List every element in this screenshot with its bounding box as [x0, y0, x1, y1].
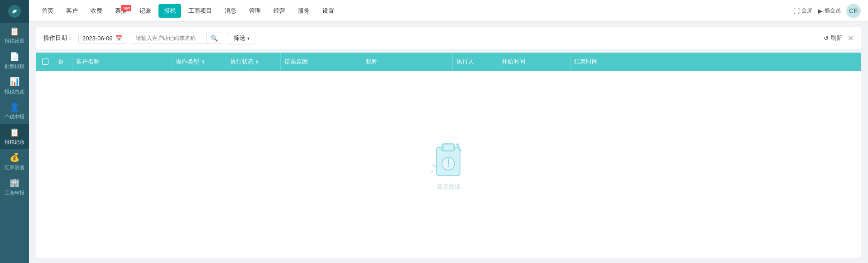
settings-icon[interactable]: ⚙	[58, 58, 64, 65]
date-value: 2023-06-06	[82, 35, 113, 42]
table-header-executor: 执行人	[453, 53, 498, 71]
date-input[interactable]: 2023-06-06 📅	[78, 33, 126, 44]
sidebar-label: 报税总览	[5, 88, 24, 95]
avatar-text: CE	[849, 7, 858, 15]
topnav-item-jingying[interactable]: 经营	[268, 4, 291, 18]
sidebar-item-baoshui-zonglian[interactable]: 📊报税总览	[0, 73, 29, 98]
sidebar-label: 报税设置	[5, 38, 24, 44]
geshuishenb-icon: 👤	[10, 102, 19, 112]
table-header-start_time: 开始时间	[498, 53, 571, 71]
table-header-end_time: 结束时间	[571, 53, 625, 71]
empty-text: 暂无数据	[437, 183, 460, 191]
filter-button[interactable]: 筛选 ▾	[228, 32, 255, 44]
filter-label: 筛选	[234, 34, 245, 42]
refresh-label: 刷新	[830, 34, 842, 42]
sidebar-item-geshuishenb[interactable]: 👤个税申报	[0, 98, 29, 124]
topnav-item-baoshui[interactable]: 报税	[158, 4, 181, 18]
topnav-item-guanli[interactable]: 管理	[244, 4, 266, 18]
content-area: 操作日期： 2023-06-06 📅 🔍 筛选 ▾ ↺	[29, 22, 868, 263]
topnav-item-xiaoxi[interactable]: 消息	[219, 4, 242, 18]
baoshui-zonglian-icon: 📊	[10, 77, 19, 87]
table-header: ⚙客户名称操作类型 ⇅执行状态 ⇅错误原因税种执行人开始时间结束时间	[36, 53, 861, 71]
topnav-items: 首页客户收费票据new记账报税工商项目消息管理经营服务设置	[36, 4, 793, 18]
table-header-operation_type[interactable]: 操作类型 ⇅	[172, 53, 226, 71]
main-container: 首页客户收费票据new记账报税工商项目消息管理经营服务设置 ⛶ 全屏 ▶ 畅会员…	[29, 0, 868, 263]
sidebar-item-piliang-baoshui[interactable]: 📄批量报税	[0, 48, 29, 73]
sidebar-item-baoshui-jilu[interactable]: 📋报税记录	[0, 124, 29, 149]
search-input[interactable]	[132, 33, 206, 43]
topnav-item-fuwu[interactable]: 服务	[293, 4, 315, 18]
svg-point-1	[13, 10, 16, 13]
search-icon: 🔍	[211, 35, 218, 42]
table-header-customer_name: 客户名称	[72, 53, 172, 71]
topnav-right: ⛶ 全屏 ▶ 畅会员 CE	[793, 4, 861, 18]
sidebar-label: 报税记录	[5, 139, 24, 145]
sidebar-item-huisuan-jiaona[interactable]: 💰汇算清缴	[0, 149, 29, 174]
table-header-error_reason: 错误原因	[281, 53, 362, 71]
sidebar-label: 工商年报	[5, 190, 24, 196]
fullscreen-icon: ⛶	[793, 7, 800, 15]
svg-point-13	[431, 170, 433, 172]
piliang-baoshui-icon: 📄	[10, 52, 19, 62]
table-container: ⚙客户名称操作类型 ⇅执行状态 ⇅错误原因税种执行人开始时间结束时间	[36, 53, 861, 258]
svg-line-12	[433, 165, 436, 167]
empty-state: 暂无数据	[36, 71, 861, 258]
topnav-item-customer[interactable]: 客户	[61, 4, 83, 18]
date-label: 操作日期：	[43, 34, 73, 42]
refresh-icon: ↺	[824, 35, 829, 42]
table-header-tax_type: 税种	[362, 53, 453, 71]
close-button[interactable]: ✕	[848, 34, 854, 43]
topnav-item-shoufei[interactable]: 收费	[85, 4, 108, 18]
member-button[interactable]: ▶ 畅会员	[818, 7, 841, 15]
sidebar: 📋报税设置📄批量报税📊报税总览👤个税申报📋报税记录💰汇算清缴🏢工商年报	[0, 0, 29, 263]
sidebar-item-gongshang-nianbao[interactable]: 🏢工商年报	[0, 174, 29, 200]
huisuan-jiaona-icon: 💰	[10, 152, 19, 163]
search-button[interactable]: 🔍	[206, 33, 222, 44]
gongshang-nianbao-icon: 🏢	[10, 178, 19, 188]
toolbar: 操作日期： 2023-06-06 📅 🔍 筛选 ▾ ↺	[36, 27, 861, 49]
baoshui-shezhi-icon: 📋	[10, 26, 19, 37]
empty-illustration	[428, 137, 469, 183]
baoshui-jilu-icon: 📋	[10, 127, 19, 138]
svg-rect-8	[448, 159, 449, 165]
svg-rect-5	[444, 145, 453, 150]
table-header-checkbox	[36, 53, 54, 71]
topnav-item-jizhan[interactable]: 记账	[134, 4, 157, 18]
table-header-exec_status[interactable]: 执行状态 ⇅	[226, 53, 281, 71]
video-icon: ▶	[818, 7, 823, 15]
page-content: 操作日期： 2023-06-06 📅 🔍 筛选 ▾ ↺	[29, 22, 868, 263]
select-all-checkbox[interactable]	[42, 58, 48, 65]
topnav-item-shezhi[interactable]: 设置	[317, 4, 340, 18]
sidebar-label: 个税申报	[5, 113, 24, 120]
calendar-icon: 📅	[115, 35, 122, 41]
member-label: 畅会员	[825, 7, 841, 15]
avatar[interactable]: CE	[846, 4, 861, 18]
sort-icon: ⇅	[255, 59, 259, 64]
topnav-item-home[interactable]: 首页	[36, 4, 59, 18]
refresh-button[interactable]: ↺ 刷新	[824, 34, 842, 42]
sidebar-label: 批量报税	[5, 63, 24, 69]
sidebar-logo[interactable]	[0, 0, 29, 23]
sort-icon: ⇅	[201, 59, 205, 64]
chevron-down-icon: ▾	[247, 36, 249, 41]
sidebar-label: 汇算清缴	[5, 164, 24, 170]
fullscreen-button[interactable]: ⛶ 全屏	[793, 7, 812, 15]
topnav: 首页客户收费票据new记账报税工商项目消息管理经营服务设置 ⛶ 全屏 ▶ 畅会员…	[29, 0, 868, 22]
search-box: 🔍	[132, 33, 222, 44]
new-badge: new	[121, 5, 131, 11]
svg-point-9	[447, 166, 449, 167]
sidebar-item-baoshui-shezhi[interactable]: 📋报税设置	[0, 23, 29, 48]
topnav-item-gongshang[interactable]: 工商项目	[183, 4, 217, 18]
fullscreen-label: 全屏	[801, 7, 812, 15]
topnav-item-piao[interactable]: 票据new	[110, 4, 132, 18]
table-header-settings: ⚙	[54, 53, 72, 71]
toolbar-right: ↺ 刷新 ✕	[824, 34, 854, 43]
